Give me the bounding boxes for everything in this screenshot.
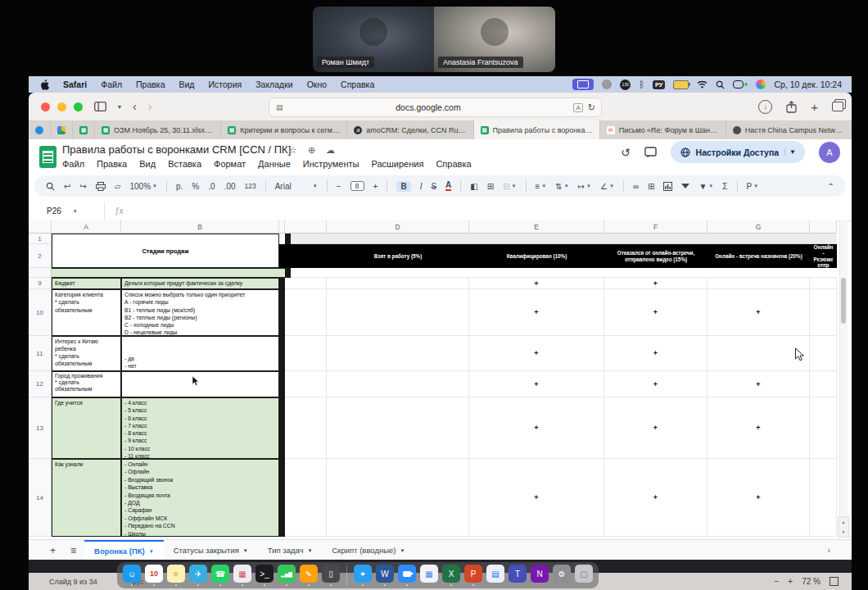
chevron-down-icon[interactable]: ▼ bbox=[784, 148, 800, 156]
chevron-down-icon[interactable]: ▼ bbox=[243, 548, 248, 553]
cell-d[interactable] bbox=[327, 336, 469, 371]
row-header[interactable]: 13 bbox=[29, 397, 52, 459]
filter-views-icon[interactable]: ▼▼ bbox=[698, 182, 713, 191]
cell-a[interactable]: Где учится bbox=[52, 397, 121, 459]
zoom-select[interactable]: 100%▼ bbox=[129, 182, 157, 191]
cell-a[interactable]: Бюджет bbox=[52, 278, 121, 289]
cell-h[interactable] bbox=[810, 278, 837, 289]
comments-icon[interactable] bbox=[644, 147, 657, 158]
column-header-d[interactable]: D bbox=[327, 220, 469, 234]
status-badge-icon[interactable]: 130 bbox=[620, 79, 631, 90]
text-rotation-icon[interactable]: ∠▼ bbox=[600, 182, 614, 191]
approval-status-icon[interactable]: ⊕ bbox=[308, 145, 315, 156]
sheets-menu-item-1[interactable]: Правка bbox=[97, 159, 127, 169]
stage-cell[interactable]: Квалифицирован (10%) bbox=[469, 244, 604, 268]
cell-e[interactable]: + bbox=[469, 371, 604, 397]
browser-tab[interactable]: ▦Критерии и вопросы к сегме... bbox=[221, 120, 347, 139]
sheets-menu-item-8[interactable]: Справка bbox=[436, 159, 471, 169]
merge-cells-icon[interactable]: ⊟▼ bbox=[503, 182, 516, 191]
number-format-button[interactable]: 123 bbox=[245, 182, 256, 190]
share-settings-button[interactable]: Настройки Доступа ▼ bbox=[671, 141, 805, 163]
forward-button[interactable]: › bbox=[148, 100, 152, 113]
menu-bar-clock[interactable]: Ср, 10 дек. 10:24 bbox=[774, 79, 842, 89]
column-header-g[interactable]: G bbox=[708, 220, 810, 234]
font-select[interactable]: Arial▼ bbox=[275, 182, 318, 191]
row-header[interactable]: 2 bbox=[29, 244, 52, 268]
macos-menu-item-4[interactable]: Закладки bbox=[255, 79, 292, 89]
decrease-font-size-button[interactable]: − bbox=[337, 182, 341, 191]
control-center-icon[interactable] bbox=[733, 80, 748, 88]
row-header[interactable]: 14 bbox=[29, 459, 52, 537]
print-icon[interactable] bbox=[96, 182, 106, 191]
italic-button[interactable]: I bbox=[420, 182, 423, 191]
undo-icon[interactable]: ↩ bbox=[64, 182, 70, 191]
cell-b[interactable]: Деньги которые придут фактически за сдел… bbox=[121, 278, 279, 289]
launchpad-icon[interactable]: ▦ bbox=[233, 565, 252, 586]
siri-icon[interactable] bbox=[756, 79, 766, 89]
account-avatar[interactable]: A bbox=[819, 142, 840, 163]
insert-comment-icon[interactable]: ⊞ bbox=[648, 182, 654, 191]
input-language-badge[interactable]: РУ bbox=[653, 80, 666, 89]
cell-a[interactable]: Город проживания * сделать обязательным bbox=[52, 371, 121, 397]
cell-c[interactable] bbox=[285, 336, 327, 371]
address-bar[interactable]: ▤ docs.google.com A ↻ bbox=[269, 98, 602, 117]
stage-cell[interactable]: Онлайн - встреча назначена (20%) bbox=[708, 244, 810, 268]
browser-tab-active[interactable]: ▦Правила работы с воронками... bbox=[474, 120, 600, 139]
cell-e[interactable]: + bbox=[469, 278, 604, 289]
hand-gesture-icon[interactable] bbox=[602, 79, 612, 89]
percent-format-button[interactable]: % bbox=[192, 182, 199, 191]
browser-tab[interactable]: ▦ОЗМ Ноябрь 25, 30.11.xlsx - G... bbox=[95, 120, 221, 139]
cell-c[interactable] bbox=[285, 278, 327, 289]
decrease-decimals-button[interactable]: .0 bbox=[208, 182, 215, 191]
row-header[interactable]: 1 bbox=[29, 234, 52, 244]
cell-d[interactable] bbox=[327, 371, 469, 397]
macos-menu-item-2[interactable]: Вид bbox=[179, 79, 194, 89]
cell-d[interactable] bbox=[327, 278, 469, 289]
search-icon[interactable] bbox=[46, 182, 55, 191]
cell-f[interactable]: + bbox=[604, 459, 708, 537]
sheets-menu-item-4[interactable]: Формат bbox=[214, 159, 246, 169]
row-header[interactable]: 11 bbox=[29, 336, 52, 371]
macos-menu-item-6[interactable]: Справка bbox=[341, 79, 374, 89]
close-window-button[interactable] bbox=[41, 102, 50, 111]
cell-g[interactable]: + bbox=[708, 371, 810, 397]
sheets-menu-item-2[interactable]: Вид bbox=[139, 159, 156, 169]
settings-icon[interactable]: ⚙ bbox=[552, 565, 572, 586]
cell-f[interactable]: + bbox=[604, 336, 708, 371]
pinned-tab[interactable] bbox=[51, 120, 73, 139]
zoom-in-button[interactable]: + bbox=[788, 577, 793, 586]
participant-video-1[interactable]: Роман Шмидт bbox=[313, 7, 434, 72]
browser-tab[interactable]: Настя China Campus Network... bbox=[726, 120, 852, 139]
scroll-tabs-icon[interactable]: ‹ bbox=[828, 546, 830, 555]
cell-e[interactable]: + bbox=[469, 336, 604, 371]
iphone-mirroring-icon[interactable]: ▯ bbox=[321, 565, 341, 586]
cell-c[interactable] bbox=[285, 289, 327, 336]
pinned-tab[interactable] bbox=[29, 120, 51, 139]
macos-menu-item-0[interactable]: Файл bbox=[101, 79, 122, 89]
macos-menu-item-1[interactable]: Правка bbox=[136, 79, 165, 89]
cell-f[interactable]: + bbox=[604, 278, 708, 289]
text-wrap-icon[interactable]: ↦▼ bbox=[578, 182, 591, 191]
cell-e[interactable]: + bbox=[469, 459, 604, 537]
star-icon[interactable]: ☆ bbox=[289, 145, 297, 156]
cell-f[interactable]: + bbox=[604, 397, 708, 459]
cell-d[interactable] bbox=[327, 459, 469, 537]
currency-format-button[interactable]: р. bbox=[176, 182, 183, 191]
redo-icon[interactable]: ↪ bbox=[79, 182, 86, 191]
screen-sharing-icon[interactable] bbox=[572, 79, 594, 90]
sheets-menu-item-3[interactable]: Вставка bbox=[168, 159, 201, 169]
whatsapp-icon[interactable]: ☎ bbox=[210, 565, 230, 586]
bold-button[interactable]: B bbox=[396, 181, 410, 192]
insert-chart-icon[interactable] bbox=[663, 182, 672, 191]
macos-menu-item-3[interactable]: История bbox=[208, 79, 242, 89]
borders-icon[interactable]: ⊞ bbox=[487, 182, 494, 191]
cell-a[interactable]: Категория клиента * сделать обязательным bbox=[52, 289, 121, 336]
back-button[interactable]: ‹ bbox=[133, 100, 137, 113]
cell-b[interactable] bbox=[121, 371, 279, 397]
pages-icon[interactable]: ✎ bbox=[299, 565, 319, 586]
zoom-out-button[interactable]: − bbox=[775, 577, 780, 586]
dock-app-icon[interactable]: ▤ bbox=[486, 565, 505, 586]
cell-b[interactable]: - Онлайн - Офлайн - Входящий звонок - Вы… bbox=[121, 459, 279, 537]
sheet-tab-active[interactable]: Воронка (ПК)▼ bbox=[84, 540, 164, 560]
stage-cell[interactable]: Взят в работу (5%) bbox=[327, 244, 469, 268]
